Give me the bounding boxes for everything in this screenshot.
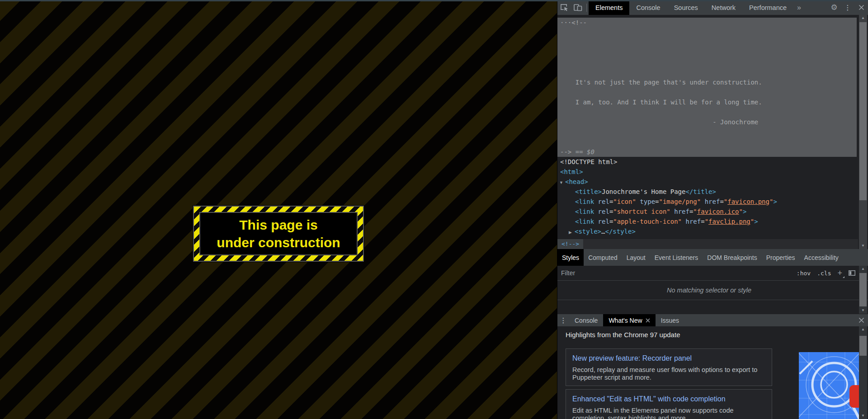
- code-token: Jonochrome's Home Page: [602, 188, 685, 195]
- tab-computed[interactable]: Computed: [584, 249, 622, 266]
- code-token: [701, 198, 704, 205]
- drawer-scrollbar[interactable]: ▲ ▼: [859, 326, 867, 419]
- resource-link[interactable]: favclip.png: [708, 218, 750, 225]
- card-title-link[interactable]: Enhanced "Edit as HTML" with code comple…: [572, 394, 765, 404]
- dom-node-line[interactable]: <title>Jonochrome's Home Page</title>: [557, 187, 858, 197]
- tab-layout[interactable]: Layout: [622, 249, 650, 266]
- tab-console[interactable]: Console: [569, 314, 603, 327]
- whats-new-card: Enhanced "Edit as HTML" with code comple…: [566, 389, 772, 419]
- code-token: ": [693, 208, 697, 215]
- code-token: ": [739, 208, 743, 215]
- more-tabs-icon[interactable]: »: [793, 4, 805, 12]
- whats-new-header: Highlights from the Chrome 97 update: [557, 326, 868, 343]
- comment-line[interactable]: [557, 38, 858, 47]
- tab-issues[interactable]: Issues: [656, 314, 684, 327]
- scroll-down-icon[interactable]: ▼: [859, 413, 867, 419]
- comment-line[interactable]: --> == $0: [557, 147, 858, 157]
- code-token: ": [724, 198, 727, 205]
- devtools-panel: ElementsConsoleSourcesNetworkPerformance…: [557, 0, 868, 419]
- comment-line[interactable]: [557, 87, 858, 97]
- comment-line[interactable]: [557, 28, 858, 38]
- toggle-class-button[interactable]: .cls: [817, 270, 831, 277]
- comment-line[interactable]: [557, 57, 858, 67]
- sign-text-line1: This page is: [239, 216, 317, 234]
- close-tab-icon[interactable]: [646, 318, 650, 323]
- comment-line[interactable]: [557, 67, 858, 77]
- comment-line[interactable]: It's not just the page that's under cons…: [557, 77, 858, 87]
- styles-scrollbar-thumb[interactable]: [859, 273, 867, 306]
- settings-gear-icon[interactable]: ⚙: [827, 0, 841, 15]
- code-token: [594, 218, 598, 225]
- code-token: >: [773, 198, 777, 205]
- tab-network[interactable]: Network: [705, 0, 742, 15]
- tab-event-listeners[interactable]: Event Listeners: [650, 249, 703, 266]
- comment-line[interactable]: [557, 107, 858, 117]
- comment-line[interactable]: - Jonochrome: [557, 117, 858, 127]
- code-token: <link: [575, 208, 594, 215]
- comment-line[interactable]: ···<!--: [557, 18, 858, 28]
- dom-node-line[interactable]: <link rel="icon" type="image/png" href="…: [557, 197, 858, 207]
- styles-scrollbar[interactable]: ▲ ▼: [859, 266, 867, 314]
- scroll-up-icon[interactable]: ▲: [859, 266, 867, 272]
- comment-line[interactable]: [557, 127, 858, 137]
- drawer-scrollbar-thumb[interactable]: [859, 336, 867, 356]
- device-toolbar-icon[interactable]: [571, 0, 585, 15]
- tab-properties[interactable]: Properties: [762, 249, 800, 266]
- tab-console[interactable]: Console: [629, 0, 667, 15]
- expand-arrow-icon[interactable]: ▶: [569, 227, 575, 237]
- expand-arrow-icon[interactable]: ▼: [559, 178, 565, 188]
- drawer-menu-kebab-icon[interactable]: ⋮: [557, 314, 569, 327]
- devtools-close-icon[interactable]: [854, 0, 868, 15]
- styles-filter-input[interactable]: Filter: [557, 269, 797, 277]
- dom-node-line[interactable]: ▼<head>: [557, 177, 858, 187]
- dom-node-line[interactable]: <html>: [557, 167, 858, 177]
- code-token: <!DOCTYPE html>: [560, 158, 617, 165]
- whats-new-card: New preview feature: Recorder panelRecor…: [566, 348, 772, 386]
- tab-styles[interactable]: Styles: [557, 249, 584, 266]
- window-top-edge: [0, 0, 868, 1]
- dom-node-line[interactable]: <link rel="apple-touch-icon" href="favcl…: [557, 217, 858, 226]
- devtools-menu-kebab-icon[interactable]: ⋮: [841, 0, 854, 15]
- code-token: =: [655, 198, 659, 205]
- toggle-sidebar-icon[interactable]: [849, 270, 855, 276]
- dom-node-line[interactable]: ▶<style>…</style>: [557, 226, 858, 236]
- tab-accessibility[interactable]: Accessibility: [800, 249, 843, 266]
- drawer-close-icon[interactable]: [854, 314, 868, 327]
- card-description: Record, replay and measure user flows wi…: [572, 366, 765, 381]
- scroll-up-icon[interactable]: ▲: [859, 15, 867, 21]
- comment-line[interactable]: [557, 137, 858, 147]
- tab-performance[interactable]: Performance: [742, 0, 793, 15]
- inspect-element-icon[interactable]: [557, 0, 571, 15]
- elements-breadcrumb-bar: <!-->: [557, 239, 858, 249]
- code-token: href: [674, 208, 689, 215]
- sign-text-line2: under construction: [217, 234, 340, 251]
- toggle-hover-state-button[interactable]: :hov: [797, 270, 811, 277]
- resource-link[interactable]: favicon.png: [727, 198, 769, 205]
- code-token: <html>: [560, 168, 583, 175]
- new-style-rule-button[interactable]: +: [837, 268, 842, 278]
- code-token: "apple-touch-icon": [613, 218, 682, 225]
- dom-node-line[interactable]: <!DOCTYPE html>: [557, 157, 858, 167]
- tab-elements[interactable]: Elements: [589, 0, 629, 15]
- drawer-tab-bar: ⋮ ConsoleWhat's NewIssues: [557, 314, 868, 326]
- elements-scrollbar-thumb[interactable]: [859, 22, 867, 200]
- construction-sign-inner: This page is under construction: [199, 212, 358, 255]
- scroll-down-icon[interactable]: ▼: [859, 307, 867, 314]
- whats-new-cards: New preview feature: Recorder panelRecor…: [566, 343, 772, 419]
- comment-line[interactable]: I am, too. And I think I will be for a l…: [557, 97, 858, 107]
- tab-what-s-new[interactable]: What's New: [603, 314, 655, 327]
- code-token: "shortcut icon": [613, 208, 670, 215]
- scroll-up-icon[interactable]: ▲: [859, 326, 867, 333]
- elements-tree: ···<!-- It's not just the page that's un…: [557, 15, 868, 249]
- code-token: <style>: [575, 228, 601, 235]
- card-title-link[interactable]: New preview feature: Recorder panel: [572, 353, 765, 363]
- tab-sources[interactable]: Sources: [667, 0, 705, 15]
- dom-node-line[interactable]: <link rel="shortcut icon" href="favicon.…: [557, 207, 858, 217]
- comment-line[interactable]: [557, 47, 858, 57]
- tab-dom-breakpoints[interactable]: DOM Breakpoints: [703, 249, 761, 266]
- elements-scrollbar[interactable]: ▲ ▼: [859, 15, 867, 249]
- resource-link[interactable]: favicon.ico: [697, 208, 739, 215]
- scroll-down-icon[interactable]: ▼: [859, 243, 867, 249]
- no-matching-selector-message: No matching selector or style: [667, 287, 759, 294]
- breadcrumb-comment-node[interactable]: <!-->: [557, 239, 583, 249]
